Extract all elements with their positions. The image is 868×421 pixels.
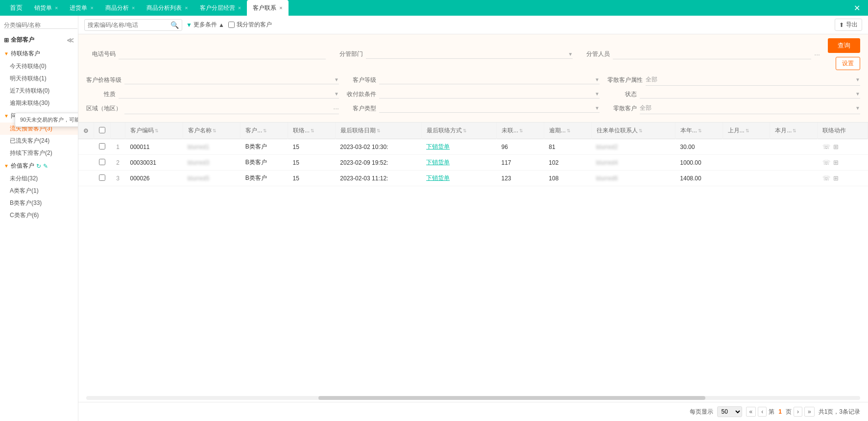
close-tab-4[interactable]: × xyxy=(238,5,241,11)
nav-home[interactable]: 首页 xyxy=(4,0,28,16)
sidebar-item-a-class[interactable]: A类客户(1) xyxy=(0,185,78,197)
sidebar-all-customers[interactable]: ⊞ 全部客户 ≪ xyxy=(0,33,78,47)
more-conditions-btn[interactable]: ▼ 更多条件 ▲ xyxy=(186,21,224,29)
close-tab-5[interactable]: × xyxy=(279,5,282,11)
sidebar-item-churned[interactable]: 已流失客户(24) xyxy=(0,135,78,147)
next-page-btn[interactable]: › xyxy=(794,407,802,417)
price-level-select[interactable]: ▼ xyxy=(124,75,339,84)
retail-attr-select[interactable]: 全部 ▼ xyxy=(646,74,860,86)
action-phone-icon-2[interactable]: ☏ xyxy=(822,174,830,182)
search-input[interactable] xyxy=(88,22,170,28)
customer-level-label: 客户等级 xyxy=(347,76,376,84)
contact2-col-header[interactable]: 往来单位联系人⇅ xyxy=(591,123,675,139)
lastmethod-cell-1[interactable]: 下销货单 xyxy=(421,155,496,171)
sidebar-group-value[interactable]: ▼ 价值客户 ↻ ✎ xyxy=(0,159,78,173)
lastmethod-cell-0[interactable]: 下销货单 xyxy=(421,139,496,155)
phone-input[interactable] xyxy=(119,49,326,59)
nav-tab-4[interactable]: 客户分层经营 × xyxy=(194,0,247,16)
sidebar-item-declining[interactable]: 持续下滑客户(2) xyxy=(0,147,78,159)
close-tab-2[interactable]: × xyxy=(132,5,135,11)
lastmonth-col-header[interactable]: 上月...⇅ xyxy=(723,123,770,139)
checkbox-cell-1[interactable] xyxy=(94,155,111,171)
sidebar-item-c-class[interactable]: C类客户(6) xyxy=(0,209,78,222)
export-button[interactable]: ⬆ 导出 xyxy=(835,19,862,31)
close-all-button[interactable]: ✕ xyxy=(850,3,864,13)
action-phone-icon-0[interactable]: ☏ xyxy=(822,143,830,150)
arrow-icon-value: ▼ xyxy=(4,163,9,169)
region-select[interactable]: ··· xyxy=(124,103,339,114)
name-cell-1: blurred3 xyxy=(183,155,241,171)
type-col-header[interactable]: 客户...⇅ xyxy=(241,123,288,139)
region-label: 区域（地区） xyxy=(86,104,121,113)
filter-row-3: 性质 ▼ 收付款条件 ▼ 状态 xyxy=(86,90,860,99)
nav-tab-0[interactable]: 销货单 × xyxy=(28,0,64,16)
edit-icon[interactable]: ✎ xyxy=(43,163,48,170)
close-tab-1[interactable]: × xyxy=(90,5,93,11)
customer-level-select[interactable]: ▼ xyxy=(379,75,600,84)
nav-tab-3[interactable]: 商品分析列表 × xyxy=(141,0,193,16)
refresh-icon[interactable]: ↻ xyxy=(36,163,41,170)
row-checkbox-1[interactable] xyxy=(99,159,105,165)
per-page-select[interactable]: 50 100 200 xyxy=(717,406,742,417)
row-checkbox-0[interactable] xyxy=(99,143,105,149)
retail-select[interactable]: 全部 ▼ xyxy=(640,102,860,114)
lastdate-col-header[interactable]: 最后联络日期⇅ xyxy=(335,123,421,139)
sidebar-item-b-class[interactable]: B类客户(33) xyxy=(0,197,78,209)
sort-contact2-icon: ⇅ xyxy=(639,128,643,133)
customer-type-select[interactable]: ▼ xyxy=(379,104,600,113)
lastmethod-cell-2[interactable]: 下销货单 xyxy=(421,171,496,186)
my-customers-toggle[interactable]: 我分管的客户 xyxy=(228,21,272,29)
lastmethod-col-header[interactable]: 最后联络方式⇅ xyxy=(421,123,496,139)
filter-customer-level: 客户等级 ▼ xyxy=(347,75,600,84)
first-page-btn[interactable]: « xyxy=(746,407,756,417)
prev-page-btn[interactable]: ‹ xyxy=(758,407,767,417)
thismonth-col-header[interactable]: 本月...⇅ xyxy=(770,123,818,139)
region-more-icon[interactable]: ··· xyxy=(333,104,339,112)
close-tab-3[interactable]: × xyxy=(185,5,188,11)
settings-button[interactable]: 设置 xyxy=(836,57,860,70)
payment-select[interactable]: ▼ xyxy=(379,90,600,99)
horizontal-scrollbar[interactable] xyxy=(86,396,860,400)
row-checkbox-2[interactable] xyxy=(99,174,105,181)
nature-select[interactable]: ▼ xyxy=(119,90,339,99)
nav-tab-1[interactable]: 进货单 × xyxy=(64,0,99,16)
nav-tab-2[interactable]: 商品分析 × xyxy=(99,0,141,16)
checkbox-cell-2[interactable] xyxy=(94,171,111,186)
status-label: 状态 xyxy=(607,90,637,99)
uncontacted-col-header[interactable]: 未联...⇅ xyxy=(496,123,544,139)
sidebar-item-tomorrow[interactable]: 明天待联络(1) xyxy=(0,73,78,85)
sidebar-search-input[interactable] xyxy=(4,22,77,29)
scrollbar-thumb[interactable] xyxy=(318,396,705,400)
filter-manager: 分管人员 ··· xyxy=(580,49,820,59)
action-more-icon-2[interactable]: ⊞ xyxy=(833,174,839,182)
settings-col-header[interactable]: ⚙ xyxy=(78,123,94,139)
thisyear-col-header[interactable]: 本年...⇅ xyxy=(675,123,723,139)
overdue-col-header[interactable]: 逾期...⇅ xyxy=(544,123,591,139)
code-col-header[interactable]: 客户编码⇅ xyxy=(125,123,183,139)
name-col-header[interactable]: 客户名称⇅ xyxy=(183,123,241,139)
sidebar-item-today[interactable]: 今天待联络(0) xyxy=(0,60,78,73)
my-customers-checkbox[interactable] xyxy=(228,22,235,28)
status-select[interactable]: ▼ xyxy=(640,90,860,99)
action-more-icon-0[interactable]: ⊞ xyxy=(833,143,839,150)
contact-col-header[interactable]: 联络...⇅ xyxy=(288,123,336,139)
manager-input[interactable] xyxy=(613,49,811,59)
checkbox-cell-0[interactable] xyxy=(94,139,111,155)
dept-select[interactable]: ▼ xyxy=(366,50,573,59)
sidebar-item-ungrouped[interactable]: 未分组(32) xyxy=(0,173,78,185)
query-button[interactable]: 查询 xyxy=(828,38,860,53)
sidebar-collapse-icon[interactable]: ≪ xyxy=(67,36,74,44)
search-button[interactable]: 🔍 xyxy=(170,21,179,29)
current-page: 1 xyxy=(776,408,784,415)
manager-more-icon[interactable]: ··· xyxy=(814,50,820,58)
sidebar-group-pending[interactable]: ▼ 待联络客户 xyxy=(0,47,78,60)
close-tab-0[interactable]: × xyxy=(55,5,58,11)
action-more-icon-1[interactable]: ⊞ xyxy=(833,159,839,166)
sidebar-item-7days[interactable]: 近7天待联络(0) xyxy=(0,85,78,97)
select-all-checkbox[interactable] xyxy=(99,127,105,133)
action-phone-icon-1[interactable]: ☏ xyxy=(822,159,830,166)
checkbox-col-header[interactable] xyxy=(94,123,111,139)
sidebar-item-overdue[interactable]: 逾期未联络(30) xyxy=(0,97,78,109)
last-page-btn[interactable]: » xyxy=(804,407,815,417)
nav-tab-5[interactable]: 客户联系 × xyxy=(247,0,288,16)
